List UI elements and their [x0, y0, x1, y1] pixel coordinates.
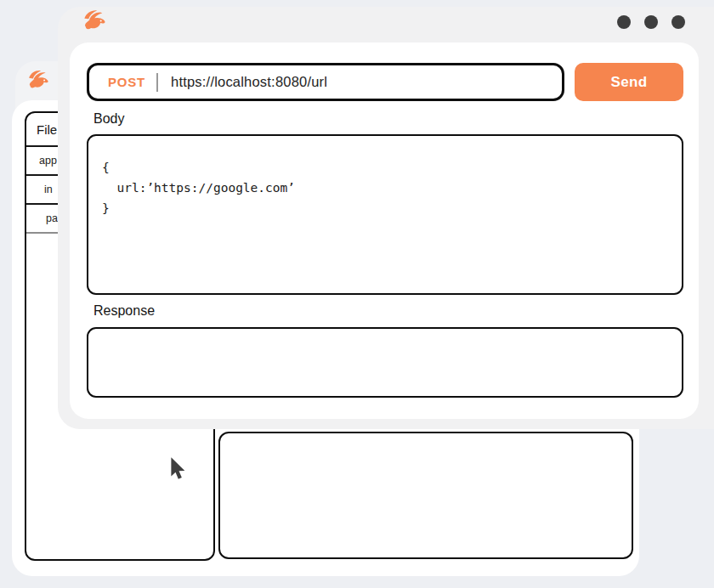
desktop-background: File app in pa POST https://localhost:80… [0, 0, 714, 588]
window-control-dot[interactable] [672, 15, 685, 29]
file-panel-header-label: File [37, 122, 57, 137]
code-line: { [102, 157, 672, 178]
code-line: } [102, 198, 672, 218]
body-section-label: Body [94, 111, 124, 127]
code-line: url:’https://google.com’ [102, 178, 672, 198]
method-url-divider [156, 73, 158, 92]
file-list-item-label: pa [46, 212, 58, 224]
window-control-dot[interactable] [617, 15, 631, 29]
body-editor[interactable]: { url:’https://google.com’ } [87, 134, 683, 295]
background-content-panel [218, 432, 633, 559]
response-section-label: Response [94, 303, 155, 319]
response-output[interactable] [87, 327, 683, 398]
send-button[interactable]: Send [575, 63, 683, 101]
rabbit-logo-icon [26, 69, 50, 91]
rabbit-logo-icon [82, 8, 107, 32]
mouse-cursor [170, 457, 185, 481]
method-selector[interactable]: POST [108, 75, 145, 89]
request-bar: POST https://localhost:8080/url [87, 63, 564, 101]
window-control-dot[interactable] [644, 15, 658, 29]
url-input[interactable]: https://localhost:8080/url [171, 74, 327, 90]
file-list-item-label: in [44, 184, 53, 195]
file-list-item-label: app [39, 155, 57, 167]
